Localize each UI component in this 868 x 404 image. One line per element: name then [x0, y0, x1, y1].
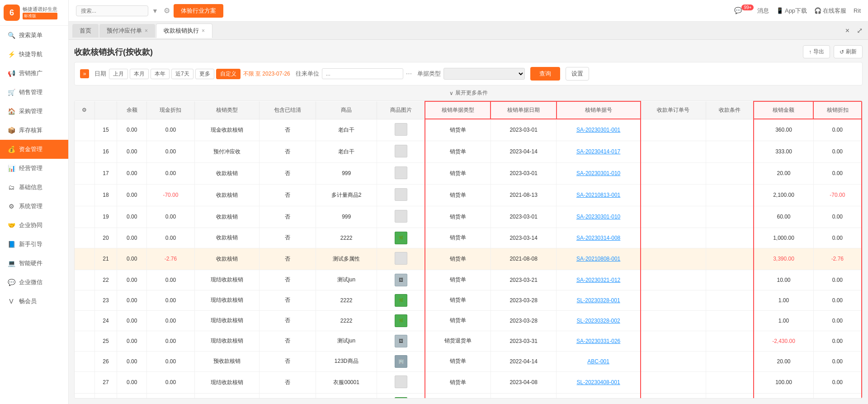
- cell-settings: [75, 351, 94, 371]
- cell-writeoff-type: 预付冲应收: [194, 141, 259, 162]
- sidebar-item-finance[interactable]: 💰 资金管理: [0, 140, 68, 159]
- voucher-type-select[interactable]: [443, 68, 525, 80]
- cell-balance: 0.00: [117, 393, 147, 399]
- cell-receipt-terms: [706, 228, 754, 248]
- writeoff-number-link[interactable]: SA-20210813-001: [576, 192, 620, 198]
- last-month-btn[interactable]: 上月: [109, 69, 128, 79]
- search-button[interactable]: 查询: [530, 67, 560, 81]
- cell-product-image: 🌿: [377, 393, 425, 399]
- cell-writeoff-number: SL-20230418-001: [557, 393, 641, 399]
- sidebar-item-label: 采购管理: [19, 107, 42, 115]
- last-7-days-btn[interactable]: 近7天: [171, 69, 193, 79]
- sales-icon: 🛒: [7, 88, 15, 96]
- tab-writeoff[interactable]: 收款核销执行 ×: [156, 24, 212, 38]
- cell-cash-discount: 0.00: [147, 371, 194, 393]
- table-row: 24 0.00 0.00 现结收款核销 否 2222 🌿 销货单 2023-03…: [75, 310, 862, 331]
- cell-writeoff-number: SL-20230328-001: [557, 290, 641, 310]
- expand-more-button[interactable]: ∨ 展开更多条件: [449, 89, 488, 97]
- sidebar-item-hardware[interactable]: 💻 智能硬件: [0, 254, 68, 273]
- cell-index: 16: [94, 141, 117, 162]
- cell-cash-discount: -2.76: [147, 248, 194, 270]
- writeoff-number-link[interactable]: SA-20230321-012: [576, 277, 620, 283]
- this-year-btn[interactable]: 本年: [151, 69, 170, 79]
- solution-button[interactable]: 体验行业方案: [174, 4, 223, 18]
- writeoff-number-link[interactable]: SA-20210808-001: [576, 256, 620, 262]
- partner-input[interactable]: [322, 68, 403, 79]
- writeoff-number-link[interactable]: ABC-001: [587, 358, 609, 365]
- writeoff-number-link[interactable]: SL-20230328-001: [577, 297, 620, 304]
- writeoff-number-link[interactable]: SA-20230314-008: [576, 235, 620, 241]
- sidebar-item-inventory[interactable]: 📦 库存核算: [0, 121, 68, 140]
- more-date-btn[interactable]: 更多: [195, 69, 214, 79]
- writeoff-number-link[interactable]: SA-20230301-010: [576, 214, 620, 220]
- cell-writeoff-voucher-type: 销货单: [425, 290, 491, 310]
- notification-area[interactable]: 💬 99+ 消息: [734, 7, 769, 15]
- cell-writeoff-voucher-type: 销货单: [425, 184, 491, 206]
- sidebar-item-label: 销售管理: [19, 88, 42, 96]
- filter-partner-group: 往来单位 ···: [296, 68, 412, 79]
- search-input[interactable]: [76, 5, 148, 16]
- cell-writeoff-voucher-type: 销货退货单: [425, 331, 491, 351]
- cell-writeoff-amount: 2,100.00: [754, 184, 813, 206]
- cell-include-settled: 否: [259, 393, 316, 399]
- sidebar-item-label: 经营管理: [19, 164, 42, 172]
- tab-writeoff-close[interactable]: ×: [202, 28, 205, 34]
- setting-button[interactable]: 设置: [566, 67, 589, 81]
- cell-writeoff-amount: 20.00: [754, 162, 813, 184]
- partner-more-btn[interactable]: ···: [406, 70, 412, 78]
- tab-prepaid-close[interactable]: ×: [145, 28, 148, 34]
- tab-prepaid[interactable]: 预付冲应付单 ×: [99, 24, 155, 38]
- sidebar-item-search[interactable]: 🔍 搜索菜单: [0, 26, 68, 45]
- sidebar-item-enterprise[interactable]: 🤝 企业协同: [0, 216, 68, 235]
- cell-receipt-terms: [706, 371, 754, 393]
- table-header-row: ⚙ 余额 现金折扣 核销类型 包含已结清 商品 商品图片 核销单据类型 核销单据…: [75, 101, 862, 119]
- sidebar-item-sales[interactable]: 🛒 销售管理: [0, 83, 68, 102]
- sidebar-item-quick[interactable]: ⚡ 快捷导航: [0, 45, 68, 64]
- date-range-display: 不限 至 2023-07-26: [243, 70, 290, 78]
- sidebar-item-operation[interactable]: 📊 经营管理: [0, 159, 68, 178]
- settings-gear-icon[interactable]: ⚙: [164, 6, 170, 15]
- cell-cash-discount: 0.00: [147, 351, 194, 371]
- cell-product-image: [377, 371, 425, 393]
- dropdown-icon[interactable]: ▼: [152, 7, 158, 14]
- sidebar-item-guide[interactable]: 📘 新手引导: [0, 235, 68, 254]
- filter-expand-button[interactable]: »: [80, 69, 89, 78]
- enterprise-icon: 🤝: [7, 221, 15, 229]
- tab-maximize-button[interactable]: ⤢: [855, 24, 864, 37]
- cell-receipt-terms: [706, 270, 754, 290]
- cell-product-image: 🖼: [377, 270, 425, 290]
- cell-writeoff-date: 2023-03-31: [491, 331, 557, 351]
- tab-close-all-button[interactable]: ×: [844, 24, 851, 37]
- cell-writeoff-date: 2023-04-14: [491, 141, 557, 162]
- user-name[interactable]: Rit: [854, 7, 861, 14]
- cell-writeoff-type: 现结收款核销: [194, 290, 259, 310]
- cell-include-settled: 否: [259, 248, 316, 270]
- cell-index: 21: [94, 248, 117, 270]
- writeoff-number-link[interactable]: SL-20230408-001: [577, 379, 620, 385]
- sidebar-item-basic[interactable]: 🗂 基础信息: [0, 178, 68, 197]
- sidebar-item-marketing[interactable]: 📢 营销推广: [0, 64, 68, 83]
- custom-date-btn[interactable]: 自定义: [216, 69, 241, 79]
- sidebar-item-purchase[interactable]: 🏠 采购管理: [0, 102, 68, 121]
- writeoff-number-link[interactable]: SA-20230301-010: [576, 170, 620, 176]
- writeoff-number-link[interactable]: SL-20230328-002: [577, 318, 620, 324]
- refresh-button[interactable]: ↺ 刷新: [834, 45, 863, 58]
- export-button[interactable]: ↑ 导出: [803, 45, 830, 58]
- sidebar-item-wechat[interactable]: 💬 企业微信: [0, 273, 68, 292]
- writeoff-number-link[interactable]: SA-20230301-001: [576, 127, 620, 133]
- sidebar-item-label: 企业微信: [19, 278, 42, 286]
- this-month-btn[interactable]: 本月: [130, 69, 149, 79]
- col-settings[interactable]: ⚙: [75, 101, 94, 119]
- writeoff-number-link[interactable]: SA-20230331-026: [576, 338, 620, 344]
- app-download-link[interactable]: 📱 App下载: [776, 7, 807, 15]
- tab-home[interactable]: 首页: [72, 24, 99, 38]
- cell-writeoff-voucher-type: 销货单: [425, 162, 491, 184]
- sidebar-item-vip[interactable]: V 畅会员: [0, 292, 68, 311]
- sidebar-item-label: 搜索菜单: [19, 31, 42, 39]
- column-settings-icon[interactable]: ⚙: [82, 107, 87, 113]
- cell-settings: [75, 290, 94, 310]
- cell-writeoff-discount: 0.00: [813, 331, 862, 351]
- writeoff-number-link[interactable]: SA-20230414-017: [576, 148, 620, 155]
- online-service-link[interactable]: 🎧 在线客服: [814, 7, 846, 15]
- sidebar-item-system[interactable]: ⚙ 系统管理: [0, 197, 68, 216]
